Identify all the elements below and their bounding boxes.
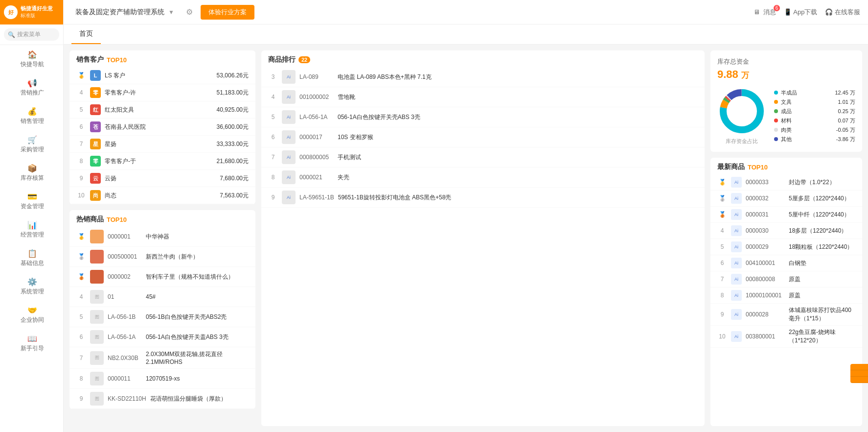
legend-item: 其他 -3.86 万 bbox=[774, 136, 855, 143]
latest-products-header: 最新商品 TOP10 bbox=[710, 158, 862, 174]
sidebar-nav: 🏠 快捷导航 📢 营销推广 💰 销售管理 🛒 采购管理 📦 库存核算 💳 资金管… bbox=[0, 45, 63, 432]
product-name: 056-1A白色按键开关壳ABS 3壳 bbox=[338, 113, 698, 121]
sidebar-item-guide[interactable]: 📖 新手引导 bbox=[0, 329, 63, 358]
nav-label-purchase: 采购管理 bbox=[21, 145, 44, 154]
latest-product-row[interactable]: 8 Ai 10000100001 原盖 bbox=[710, 288, 862, 304]
latest-product-row[interactable]: 10 Ai 003800001 22g鱼豆腐-烧烤味（1*12*20） bbox=[710, 326, 862, 348]
float-service-btn[interactable]: 服务社区 bbox=[850, 370, 868, 377]
latest-product-row[interactable]: 4 Ai 0000030 18多层（1220*2440） bbox=[710, 223, 862, 239]
product-name: 电池盖 LA-089 ABS本色+黑种 7.1克 bbox=[338, 73, 698, 81]
product-code: 0000011 bbox=[108, 375, 142, 382]
latest-product-row[interactable]: 6 Ai 004100001 白钢垫 bbox=[710, 255, 862, 271]
sidebar-item-inventory[interactable]: 📦 库存核算 bbox=[0, 159, 63, 187]
search-icon: 🔍 bbox=[8, 31, 15, 38]
sidebar-search[interactable]: 🔍 搜索菜单 bbox=[0, 24, 63, 45]
latest-products-table: 🥇 Ai 0000033 封边带（1.0*22） 🥈 Ai 0000032 5厘… bbox=[710, 174, 862, 348]
latest-product-row[interactable]: 🥈 Ai 0000032 5厘多层（1220*2440） bbox=[710, 191, 862, 207]
float-service-btn[interactable]: 客服热线 bbox=[850, 364, 868, 370]
latest-product-image: Ai bbox=[731, 241, 742, 252]
sidebar-item-finance[interactable]: 💳 资金管理 bbox=[0, 187, 63, 216]
product-image: 图 bbox=[90, 372, 104, 385]
settings-icon[interactable]: ⚙ bbox=[184, 5, 195, 19]
latest-products-card: 最新商品 TOP10 🥇 Ai 0000033 封边带（1.0*22） 🥈 Ai… bbox=[710, 158, 862, 426]
rank-number: 7 bbox=[268, 154, 278, 161]
sidebar-item-sales[interactable]: 💰 销售管理 bbox=[0, 102, 63, 130]
product-image: Ai bbox=[282, 90, 296, 104]
rank-number: 6 bbox=[76, 334, 86, 340]
product-image: 图 bbox=[90, 310, 104, 324]
product-ranking-row[interactable]: 6 Ai 0000017 10S 变相罗猴 bbox=[261, 127, 705, 147]
hot-product-row[interactable]: 4 图 01 45# bbox=[69, 287, 255, 307]
rank-number: 6 bbox=[76, 123, 86, 130]
sidebar-item-basicinfo[interactable]: 📋 基础信息 bbox=[0, 244, 63, 272]
sidebar-item-system[interactable]: ⚙️ 系统管理 bbox=[0, 272, 63, 301]
hot-product-row[interactable]: 9 图 KK-SD22110H 花语萌恒温分腿睡袋（厚款） bbox=[69, 389, 255, 409]
product-name: 雪地靴 bbox=[338, 93, 698, 101]
latest-product-row[interactable]: 7 Ai 000800008 原盖 bbox=[710, 271, 862, 288]
sales-rank-row[interactable]: 8 零 零售客户-于 21,680.00元 bbox=[69, 153, 255, 170]
product-ranking-row[interactable]: 4 Ai 001000002 雪地靴 bbox=[261, 87, 705, 107]
latest-product-row[interactable]: 🥉 Ai 0000031 5厘中纤（1220*2440） bbox=[710, 207, 862, 223]
sales-rank-row[interactable]: 5 红 红太阳文具 40,925.00元 bbox=[69, 101, 255, 119]
topbar-right: 🖥 6 消息 📱 App下载 🎧 在线客服 bbox=[754, 8, 860, 17]
float-service-btn[interactable]: 直播 bbox=[850, 377, 868, 383]
legend-value: -3.86 万 bbox=[826, 136, 855, 143]
sales-rank-row[interactable]: 10 尚 尚态 7,563.00元 bbox=[69, 187, 255, 204]
legend-dot bbox=[774, 128, 778, 132]
product-code: 000800008 bbox=[746, 276, 785, 283]
try-btn[interactable]: 体验行业方案 bbox=[201, 5, 254, 20]
hot-product-row[interactable]: 7 图 NB2.0X30B 2.0X30MM双搓花轴,搓花直径2.1MM/ROH… bbox=[69, 347, 255, 369]
product-name: 45# bbox=[146, 293, 249, 300]
product-ranking-row[interactable]: 3 Ai LA-089 电池盖 LA-089 ABS本色+黑种 7.1克 bbox=[261, 67, 705, 87]
sidebar-item-marketing[interactable]: 📢 营销推广 bbox=[0, 73, 63, 102]
hot-product-row[interactable]: 6 图 LA-056-1A 056-1A白色按键开关盖ABS 3壳 bbox=[69, 327, 255, 347]
tab-home[interactable]: 首页 bbox=[71, 24, 101, 44]
product-code: 0000032 bbox=[746, 195, 785, 202]
sales-rank-row[interactable]: 9 云 云扬 7,680.00元 bbox=[69, 170, 255, 187]
product-ranking-header: 商品排行 22 bbox=[261, 50, 705, 67]
product-code: LA-056-1A bbox=[108, 334, 142, 340]
product-ranking-row[interactable]: 9 Ai LA-59651-1B 59651-1B旋转投影灯电池盒 ABS黑色+… bbox=[261, 188, 705, 208]
product-ranking-title: 商品排行 bbox=[268, 55, 296, 64]
product-name: 5厘多层（1220*2440） bbox=[789, 194, 855, 203]
hot-product-row[interactable]: 🥈 000500001 新西兰牛肉（新牛） bbox=[69, 247, 255, 267]
hot-product-row[interactable]: 5 图 LA-056-1B 056-1B白色按键开关壳ABS2壳 bbox=[69, 307, 255, 327]
sidebar-item-quicknav[interactable]: 🏠 快捷导航 bbox=[0, 45, 63, 73]
sales-rank-row[interactable]: 7 星 星扬 33,333.00元 bbox=[69, 136, 255, 153]
customer-amount: 53,006.26元 bbox=[217, 72, 249, 80]
product-name: 10S 变相罗猴 bbox=[338, 133, 698, 142]
product-ranking-row[interactable]: 8 Ai 0000021 夹壳 bbox=[261, 168, 705, 188]
sales-rank-row[interactable]: 6 苍 苍南县人民医院 36,600.00元 bbox=[69, 119, 255, 136]
product-ranking-row[interactable]: 7 Ai 000800005 手机测试 bbox=[261, 147, 705, 168]
message-badge-area[interactable]: 🖥 6 消息 bbox=[754, 8, 777, 17]
hot-product-row[interactable]: 8 图 0000011 12070519-xs bbox=[69, 369, 255, 389]
system-name: 装备及固定资产辅助管理系统 bbox=[75, 8, 164, 17]
sidebar-item-purchase[interactable]: 🛒 采购管理 bbox=[0, 130, 63, 159]
donut-chart bbox=[717, 87, 766, 136]
latest-product-row[interactable]: 5 Ai 0000029 18颗粒板（1220*2440） bbox=[710, 239, 862, 255]
search-inner[interactable]: 🔍 搜索菜单 bbox=[4, 28, 59, 41]
hot-product-row[interactable]: 🥉 0000002 智利车子里（规格不知道填什么） bbox=[69, 267, 255, 287]
sales-rank-row[interactable]: 4 零 零售客户-许 51,183.00元 bbox=[69, 84, 255, 101]
product-image: Ai bbox=[282, 70, 296, 84]
system-selector[interactable]: 装备及固定资产辅助管理系统 ▼ bbox=[71, 6, 178, 19]
latest-product-row[interactable]: 🥇 Ai 0000033 封边带（1.0*22） bbox=[710, 174, 862, 191]
sidebar-item-collab[interactable]: 🤝 企业协同 bbox=[0, 301, 63, 329]
sidebar-item-operations[interactable]: 📊 经营管理 bbox=[0, 216, 63, 244]
online-service[interactable]: 🎧 在线客服 bbox=[825, 8, 860, 17]
legend-item: 材料 0.07 万 bbox=[774, 117, 855, 124]
hot-top10-label: TOP10 bbox=[107, 216, 127, 223]
hot-product-row[interactable]: 🥇 0000001 中华神器 bbox=[69, 227, 255, 247]
sales-rank-row[interactable]: 🥇 L LS 客户 53,006.26元 bbox=[69, 67, 255, 84]
product-ranking-row[interactable]: 5 Ai LA-056-1A 056-1A白色按键开关壳ABS 3壳 bbox=[261, 107, 705, 127]
latest-product-row[interactable]: 9 Ai 0000028 体城嘉枝味苏打饮品400毫升（1*15） bbox=[710, 304, 862, 326]
rank-number: 5 bbox=[76, 313, 86, 320]
nav-icon-inventory: 📦 bbox=[27, 164, 37, 173]
customer-tag: 零 bbox=[90, 87, 101, 98]
customer-name: 云扬 bbox=[105, 174, 216, 183]
nav-icon-guide: 📖 bbox=[27, 334, 37, 343]
customer-name: 零售客户-许 bbox=[105, 89, 213, 97]
app-download[interactable]: 📱 App下载 bbox=[784, 8, 817, 17]
rank-number: 🥇 bbox=[76, 233, 86, 240]
sales-customer-header: 销售客户 TOP10 bbox=[69, 50, 255, 67]
